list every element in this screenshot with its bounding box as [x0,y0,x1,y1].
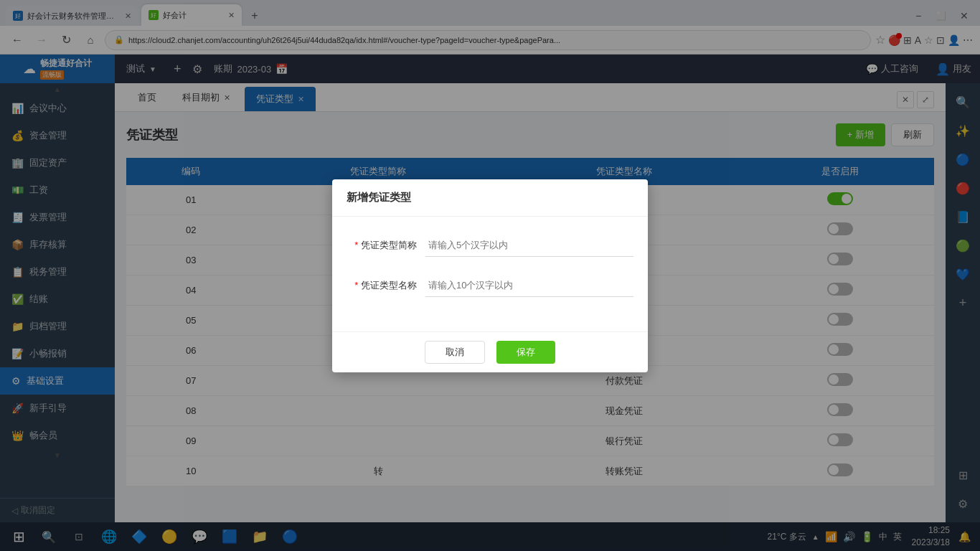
abbr-input[interactable] [425,234,633,257]
modal-title: 新增凭证类型 [347,191,411,203]
modal-body: * 凭证类型简称 * 凭证类型名称 [332,217,648,331]
name-required-mark: * [354,280,361,291]
abbr-label: * 凭证类型简称 [347,239,425,252]
name-row: * 凭证类型名称 [347,274,633,297]
modal-header: 新增凭证类型 [332,179,648,217]
modal-footer: 取消 保存 [332,331,648,372]
abbr-required-mark: * [354,240,361,250]
abbr-row: * 凭证类型简称 [347,234,633,257]
name-label: * 凭证类型名称 [347,279,425,292]
modal-overlay: 新增凭证类型 * 凭证类型简称 * 凭证类型名称 取消 保存 [0,0,980,551]
modal: 新增凭证类型 * 凭证类型简称 * 凭证类型名称 取消 保存 [332,179,648,372]
save-button[interactable]: 保存 [496,341,555,364]
name-input[interactable] [425,274,633,297]
cancel-button[interactable]: 取消 [425,341,485,364]
